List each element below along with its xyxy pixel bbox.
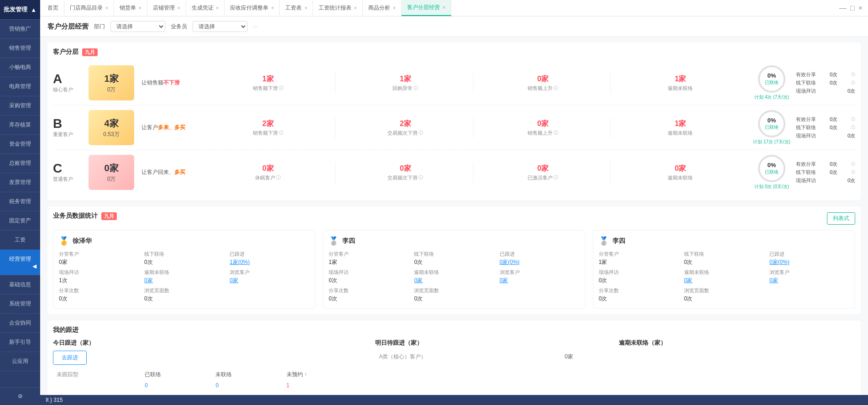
sidebar-item-xinshou[interactable]: 新手引导 bbox=[0, 333, 40, 352]
tab-xiaohuo[interactable]: 销货单 × bbox=[114, 0, 147, 16]
info-icon-sm[interactable]: ⓘ bbox=[851, 161, 855, 167]
minimize-icon[interactable]: — bbox=[839, 4, 847, 12]
info-icon-sm[interactable]: ⓘ bbox=[851, 116, 855, 122]
main-area: 首页 门店商品目录 × 销货单 × 店铺管理 × 生成凭证 × 应收应付调整单 … bbox=[40, 0, 868, 405]
tier-c-metric-0-value[interactable]: 0家 bbox=[203, 164, 333, 174]
tier-a-highlight: 不下滑 bbox=[163, 79, 180, 87]
tab-gongzitj[interactable]: 工资统计报表 × bbox=[313, 0, 363, 16]
tab-shangpinfx[interactable]: 商品分析 × bbox=[363, 0, 402, 16]
tab-xiaohuo-close[interactable]: × bbox=[139, 5, 141, 11]
table-cell bbox=[54, 381, 141, 390]
tier-a-stat-1: 线下联络 0次 ⓘ bbox=[796, 79, 855, 86]
biz-stat-value-link[interactable]: 0家 bbox=[414, 277, 494, 284]
biz-stat-value-link[interactable]: 0家 bbox=[500, 277, 580, 284]
biz-stat-value: 0次 bbox=[684, 295, 764, 303]
info-icon-sm[interactable]: ⓘ bbox=[851, 80, 855, 86]
tier-c-metric-2-value[interactable]: 0家 bbox=[478, 164, 608, 174]
info-icon[interactable]: ⓘ bbox=[554, 85, 558, 91]
tier-a-metric-0-value[interactable]: 1家 bbox=[203, 74, 333, 84]
go-follow-button[interactable]: 去跟进 bbox=[53, 351, 87, 365]
filter-more-dots[interactable]: ··· bbox=[253, 23, 257, 30]
sidebar-item-xiaodian[interactable]: 小畅电商 bbox=[0, 58, 40, 77]
info-icon[interactable]: ⓘ bbox=[413, 85, 418, 91]
table-cell[interactable]: 0 bbox=[213, 381, 282, 390]
info-icon-sm[interactable]: ⓘ bbox=[851, 72, 855, 78]
info-icon[interactable]: ⓘ bbox=[554, 174, 558, 181]
tab-kehu-close[interactable]: × bbox=[443, 5, 445, 10]
info-icon[interactable]: ⓘ bbox=[279, 130, 283, 136]
tier-a-stat-2-value: 0次 bbox=[847, 88, 855, 95]
tab-mendian-close[interactable]: × bbox=[105, 5, 108, 11]
tier-b-metric-3-value[interactable]: 1家 bbox=[615, 119, 746, 129]
maximize-icon[interactable]: □ bbox=[850, 4, 855, 12]
info-icon[interactable]: ⓘ bbox=[279, 85, 283, 91]
sidebar-item-yingxiao[interactable]: 营销推广 bbox=[0, 20, 40, 39]
biz-stat-value-link[interactable]: 1家(0%) bbox=[230, 258, 309, 266]
table-cell[interactable]: 1 bbox=[284, 381, 367, 390]
tier-c-metric-3-value[interactable]: 0家 bbox=[615, 164, 746, 174]
sidebar-item-jingying[interactable]: 经营管理 ◀ bbox=[0, 250, 40, 275]
close-window-icon[interactable]: × bbox=[858, 4, 863, 12]
info-icon-sm[interactable]: ⓘ bbox=[851, 169, 855, 175]
sidebar-expand-icon[interactable]: ▲ bbox=[31, 6, 37, 13]
tier-a-metric-3-value[interactable]: 1家 bbox=[615, 74, 746, 84]
tab-yingshou[interactable]: 应收应付调整单 × bbox=[225, 0, 280, 16]
sidebar-item-zongzhang[interactable]: 总账管理 bbox=[0, 154, 40, 173]
tier-row-b: B 重要客户 4家 0.53万 让客户多来、多买 2家 销售额下滑 ⓘ bbox=[53, 105, 855, 150]
sidebar-item-xitong[interactable]: 系统管理 bbox=[0, 295, 40, 314]
info-icon[interactable]: ⓘ bbox=[276, 174, 281, 181]
tier-c-metric-1-value[interactable]: 0家 bbox=[340, 164, 471, 174]
sidebar-item-zijin[interactable]: 资金管理 bbox=[0, 135, 40, 154]
tier-b-stat-2-label: 现场拜访 bbox=[796, 132, 816, 139]
tier-b-metric-2-value[interactable]: 0家 bbox=[478, 119, 608, 129]
sidebar-item-xiaoshou[interactable]: 销售管理 bbox=[0, 39, 40, 58]
sidebar-item-kucun[interactable]: 库存核算 bbox=[0, 116, 40, 135]
tab-kehu[interactable]: 客户分层经营 × bbox=[402, 0, 451, 16]
tier-a-metric-1-value[interactable]: 1家 bbox=[340, 74, 471, 84]
tier-b-letter: B bbox=[53, 117, 62, 130]
tab-shangpinfx-close[interactable]: × bbox=[393, 5, 396, 11]
sidebar-item-qiye[interactable]: 企业协同 bbox=[0, 314, 40, 333]
tier-a-metric-2-value[interactable]: 0家 bbox=[478, 74, 608, 84]
dept-filter-select[interactable]: 请选择 bbox=[110, 21, 165, 32]
biz-stat-label: 分享次数 bbox=[329, 287, 408, 294]
biz-stat-value-link[interactable]: 0家(0%) bbox=[769, 258, 849, 266]
info-icon[interactable]: ⓘ bbox=[554, 130, 558, 136]
tab-gongzibiao-close[interactable]: × bbox=[304, 5, 307, 11]
tab-mendian[interactable]: 门店商品目录 × bbox=[64, 0, 114, 16]
sidebar-item-shuiwu[interactable]: 税务管理 bbox=[0, 192, 40, 211]
biz-stat-value-link[interactable]: 0家 bbox=[769, 277, 849, 284]
tab-dianpugl-close[interactable]: × bbox=[178, 5, 180, 11]
sidebar-item-gudingzichan[interactable]: 固定资产 bbox=[0, 211, 40, 231]
biz-stat-value-link[interactable]: 0家 bbox=[230, 277, 309, 284]
tier-b-stat-0-label: 有效分享 bbox=[796, 116, 816, 123]
tab-home[interactable]: 首页 bbox=[42, 0, 64, 16]
sidebar-item-label: 新手引导 bbox=[4, 338, 37, 346]
sidebar-item-jichu[interactable]: 基础信息 bbox=[0, 275, 40, 295]
biz-stat-value-link[interactable]: 0家 bbox=[684, 277, 764, 284]
sidebar-item-gongzi[interactable]: 工资 bbox=[0, 231, 40, 250]
info-icon[interactable]: ⓘ bbox=[418, 130, 423, 136]
tab-gongzibiao[interactable]: 工资表 × bbox=[280, 0, 313, 16]
staff-filter-select[interactable]: 请选择 bbox=[193, 21, 247, 32]
sidebar-item-fapiao[interactable]: 发票管理 bbox=[0, 173, 40, 192]
sidebar-item-caigou[interactable]: 采购管理 bbox=[0, 96, 40, 116]
tier-b-metric-1-value[interactable]: 2家 bbox=[340, 119, 471, 129]
list-view-button[interactable]: 列表式 bbox=[827, 212, 855, 225]
biz-stat-item: 现场拜访 1次 bbox=[59, 269, 139, 284]
biz-stat-value-link[interactable]: 0家 bbox=[144, 277, 224, 284]
biz-stat-value-link[interactable]: 0家(0%) bbox=[500, 258, 580, 266]
tier-b-metric-0-value[interactable]: 2家 bbox=[203, 119, 333, 129]
info-icon-sm[interactable]: ⓘ bbox=[851, 125, 855, 131]
sidebar-item-yunyingyong[interactable]: 云应用 bbox=[0, 352, 40, 371]
table-cell[interactable]: 0 bbox=[142, 381, 212, 390]
tab-shengcheng[interactable]: 生成凭证 × bbox=[186, 0, 225, 16]
tab-shengcheng-close[interactable]: × bbox=[216, 5, 219, 11]
tab-dianpugl[interactable]: 店铺管理 × bbox=[147, 0, 186, 16]
sidebar-item-dianshangg[interactable]: 电商管理 bbox=[0, 77, 40, 96]
tab-gongzitj-close[interactable]: × bbox=[354, 5, 357, 11]
medal-silver-icon: 🥈 bbox=[329, 236, 339, 246]
info-icon[interactable]: ⓘ bbox=[418, 174, 423, 181]
settings-gear-icon[interactable]: ⚙ bbox=[0, 387, 40, 405]
tab-yingshou-close[interactable]: × bbox=[271, 5, 274, 11]
